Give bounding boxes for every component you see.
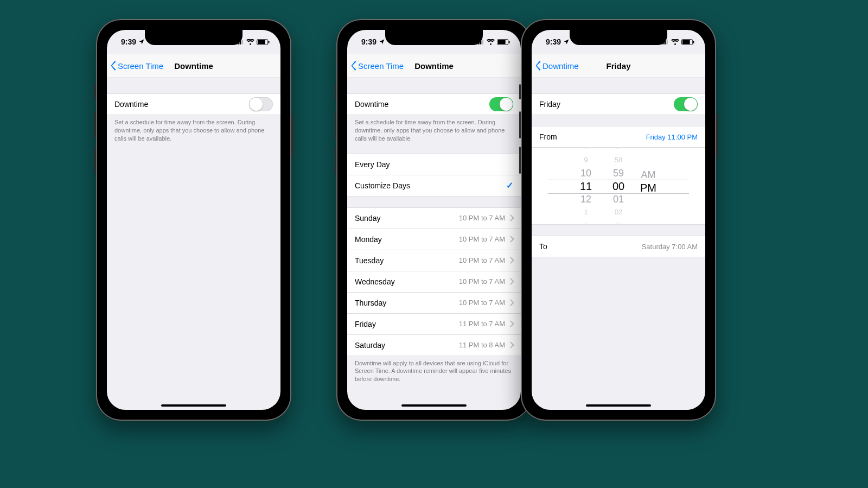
back-label: Downtime xyxy=(542,61,579,71)
day-name: Wednesday xyxy=(355,277,395,286)
status-time: 9:39 xyxy=(546,37,561,46)
chevron-right-icon xyxy=(507,341,514,348)
downtime-toggle[interactable] xyxy=(489,97,513,111)
svg-rect-20 xyxy=(693,41,694,43)
device-2: 9:39 Screen Time Downtime xyxy=(336,19,532,421)
mode-customize-label: Customize Days xyxy=(355,181,410,190)
day-range: 11 PM to 7 AM xyxy=(459,320,513,328)
wifi-icon xyxy=(246,39,254,45)
svg-rect-5 xyxy=(258,40,265,43)
day-row[interactable]: Tuesday10 PM to 7 AM xyxy=(347,250,521,271)
time-picker[interactable]: 8910111212 57585900010203 AMPM xyxy=(532,148,705,225)
chevron-right-icon xyxy=(507,278,514,285)
svg-rect-6 xyxy=(269,41,270,43)
home-indicator[interactable] xyxy=(586,404,651,407)
downtime-toggle-row[interactable]: Downtime xyxy=(107,93,280,115)
picker-ampm-wheel[interactable]: AMPM xyxy=(632,148,665,224)
day-range: 11 PM to 8 AM xyxy=(459,341,513,349)
notch xyxy=(145,30,242,45)
day-row[interactable]: Sunday10 PM to 7 AM xyxy=(347,207,521,229)
to-row[interactable]: To Saturday 7:00 AM xyxy=(532,236,705,257)
notch xyxy=(570,30,667,45)
from-value: Friday 11:00 PM xyxy=(646,133,698,141)
day-name: Monday xyxy=(355,235,382,244)
status-time: 9:39 xyxy=(121,37,136,46)
day-name: Friday xyxy=(355,320,376,328)
downtime-toggle-row[interactable]: Downtime xyxy=(347,93,521,115)
picker-minute-wheel[interactable]: 57585900010203 xyxy=(602,148,635,224)
downtime-help: Set a schedule for time away from the sc… xyxy=(107,115,280,143)
friday-toggle[interactable] xyxy=(674,97,698,111)
day-name: Sunday xyxy=(355,214,380,223)
chevron-right-icon xyxy=(507,214,514,221)
chevron-right-icon xyxy=(507,236,514,243)
back-label: Screen Time xyxy=(358,61,404,71)
chevron-left-icon xyxy=(110,61,117,71)
location-icon xyxy=(563,39,570,45)
day-name: Tuesday xyxy=(355,256,384,265)
day-range: 10 PM to 7 AM xyxy=(459,299,513,307)
svg-rect-13 xyxy=(509,41,510,43)
svg-rect-17 xyxy=(666,40,668,44)
to-label: To xyxy=(539,242,547,251)
svg-rect-12 xyxy=(498,40,506,43)
mode-every-day-row[interactable]: Every Day xyxy=(347,154,521,175)
home-indicator[interactable] xyxy=(401,404,467,407)
device-3: 9:39 Downtime Friday Fri xyxy=(521,19,716,421)
back-button[interactable]: Downtime xyxy=(532,61,579,71)
day-range: 10 PM to 7 AM xyxy=(459,214,513,222)
day-row[interactable]: Saturday11 PM to 8 AM xyxy=(347,335,521,356)
back-label: Screen Time xyxy=(118,61,163,71)
notch xyxy=(385,30,483,45)
checkmark-icon: ✓ xyxy=(506,180,513,191)
from-row[interactable]: From Friday 11:00 PM xyxy=(532,126,705,148)
picker-hour-wheel[interactable]: 8910111212 xyxy=(570,148,602,224)
from-label: From xyxy=(539,132,557,141)
status-time: 9:39 xyxy=(361,37,376,46)
downtime-footer: Downtime will apply to all devices that … xyxy=(347,356,521,384)
svg-rect-19 xyxy=(682,40,690,43)
downtime-toggle-label: Downtime xyxy=(114,100,148,109)
chevron-right-icon xyxy=(507,320,514,327)
back-button[interactable]: Screen Time xyxy=(347,61,404,71)
friday-toggle-label: Friday xyxy=(539,100,560,109)
svg-rect-10 xyxy=(482,40,483,44)
nav-bar: Screen Time Downtime xyxy=(107,54,280,78)
day-row[interactable]: Friday11 PM to 7 AM xyxy=(347,314,521,335)
day-row[interactable]: Thursday10 PM to 7 AM xyxy=(347,293,521,314)
battery-icon xyxy=(497,39,510,45)
day-range: 10 PM to 7 AM xyxy=(459,235,513,243)
battery-icon xyxy=(681,39,694,45)
battery-icon xyxy=(257,39,270,45)
home-indicator[interactable] xyxy=(161,404,226,407)
mode-customize-row[interactable]: Customize Days ✓ xyxy=(347,175,521,197)
chevron-right-icon xyxy=(507,257,514,264)
chevron-left-icon xyxy=(350,61,357,71)
chevron-left-icon xyxy=(535,61,541,71)
location-icon xyxy=(379,39,385,45)
to-value: Saturday 7:00 AM xyxy=(642,243,698,251)
wifi-icon xyxy=(487,39,495,45)
day-row[interactable]: Monday10 PM to 7 AM xyxy=(347,229,521,250)
nav-bar: Screen Time Downtime xyxy=(347,54,521,78)
back-button[interactable]: Screen Time xyxy=(107,61,163,71)
day-name: Thursday xyxy=(355,299,386,307)
svg-rect-3 xyxy=(241,40,243,44)
wifi-icon xyxy=(671,39,679,45)
day-name: Saturday xyxy=(355,341,385,350)
day-range: 10 PM to 7 AM xyxy=(459,256,513,264)
downtime-toggle-label: Downtime xyxy=(355,100,388,109)
day-range: 10 PM to 7 AM xyxy=(459,277,513,286)
mode-every-day-label: Every Day xyxy=(355,160,390,169)
location-icon xyxy=(138,39,145,45)
nav-bar: Downtime Friday xyxy=(532,54,705,78)
chevron-right-icon xyxy=(507,299,514,306)
day-row[interactable]: Wednesday10 PM to 7 AM xyxy=(347,271,521,293)
device-1: 9:39 Screen Time Downtime xyxy=(96,19,291,421)
downtime-help: Set a schedule for time away from the sc… xyxy=(347,115,521,143)
downtime-toggle[interactable] xyxy=(249,97,273,111)
friday-toggle-row[interactable]: Friday xyxy=(532,93,705,115)
